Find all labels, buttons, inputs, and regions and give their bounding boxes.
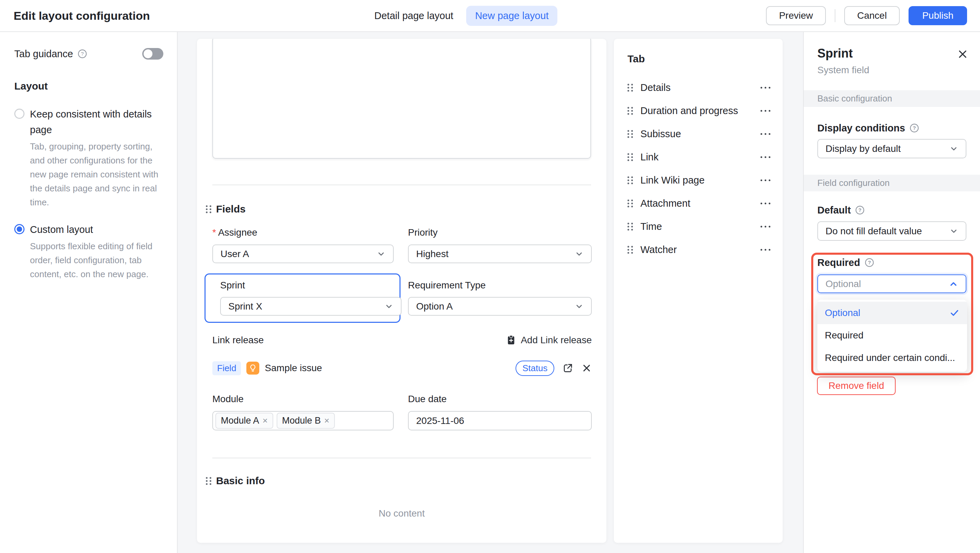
linked-issue-row: Field Sample issue xyxy=(212,360,322,376)
tab-guidance-toggle[interactable] xyxy=(142,48,163,60)
more-actions-icon[interactable] xyxy=(760,131,771,137)
tab-detail-page-layout[interactable]: Detail page layout xyxy=(374,10,453,21)
option-description: Tab, grouping, property sorting, and oth… xyxy=(30,140,165,209)
module-label: Module xyxy=(212,392,243,406)
display-conditions-select[interactable]: Display by default xyxy=(817,139,966,158)
more-actions-icon[interactable] xyxy=(760,177,771,183)
required-select[interactable]: Optional xyxy=(817,274,966,293)
preview-button[interactable]: Preview xyxy=(766,6,826,25)
config-panel-subtitle: System field xyxy=(817,65,869,76)
remove-tag-icon[interactable]: × xyxy=(263,416,268,426)
tab-item-link[interactable]: Link xyxy=(627,145,771,169)
sprint-select[interactable]: Sprint X xyxy=(220,297,401,316)
more-actions-icon[interactable] xyxy=(760,201,771,206)
option-label[interactable]: Keep consistent with details page xyxy=(30,106,163,137)
drag-handle-icon[interactable] xyxy=(206,206,211,213)
drag-handle-icon[interactable] xyxy=(206,477,211,485)
open-in-new-icon[interactable] xyxy=(563,363,573,373)
page-title: Edit layout configuration xyxy=(14,0,150,31)
due-date-input[interactable]: 2025-11-06 xyxy=(408,411,592,430)
more-actions-icon[interactable] xyxy=(760,224,771,229)
basic-info-section-header: Basic info xyxy=(206,473,265,488)
tab-item-watcher[interactable]: Watcher xyxy=(627,238,771,261)
tab-guidance-label: Tab guidance xyxy=(14,48,73,60)
svg-text:?: ? xyxy=(868,260,871,265)
more-actions-icon[interactable] xyxy=(760,247,771,253)
drag-handle-icon[interactable] xyxy=(627,107,633,115)
radio-keep-consistent[interactable] xyxy=(14,108,24,119)
more-actions-icon[interactable] xyxy=(760,85,771,91)
check-icon xyxy=(950,308,959,318)
help-icon[interactable]: ? xyxy=(864,257,875,268)
more-actions-icon[interactable] xyxy=(760,154,771,160)
drag-handle-icon[interactable] xyxy=(627,130,633,138)
svg-text:?: ? xyxy=(859,207,862,213)
drag-handle-icon[interactable] xyxy=(627,199,633,207)
tab-item-details[interactable]: Details xyxy=(627,76,771,99)
tab-item-attachment[interactable]: Attachment xyxy=(627,192,771,215)
layout-canvas: Fields * Assignee Priority User A Highes… xyxy=(197,39,606,543)
menu-option-required-under-conditions[interactable]: Required under certain condi... xyxy=(817,347,967,369)
menu-option-required[interactable]: Required xyxy=(817,324,967,347)
chevron-down-icon xyxy=(385,302,393,311)
remove-field-button[interactable]: Remove field xyxy=(817,377,896,395)
drag-handle-icon[interactable] xyxy=(627,84,633,92)
left-sidebar: Tab guidance ? Layout Keep consistent wi… xyxy=(0,32,178,553)
more-actions-icon[interactable] xyxy=(760,108,771,114)
chevron-up-icon xyxy=(949,279,958,289)
requirement-type-select[interactable]: Option A xyxy=(408,297,592,316)
module-tag: Module B × xyxy=(277,413,335,429)
tab-item-subissue[interactable]: Subissue xyxy=(627,122,771,145)
module-tag: Module A × xyxy=(215,413,273,429)
default-select[interactable]: Do not fill default value xyxy=(817,222,966,241)
option-description: Supports flexible editing of field order… xyxy=(30,239,165,281)
tab-item-time[interactable]: Time xyxy=(627,215,771,238)
drag-handle-icon[interactable] xyxy=(627,153,633,161)
chevron-down-icon xyxy=(950,144,958,153)
chevron-down-icon xyxy=(950,227,958,236)
assignee-select[interactable]: User A xyxy=(212,244,394,263)
svg-text:?: ? xyxy=(81,51,83,57)
priority-select[interactable]: Highest xyxy=(408,244,592,263)
cancel-button[interactable]: Cancel xyxy=(844,6,900,25)
section-divider xyxy=(212,185,591,185)
svg-text:?: ? xyxy=(913,125,916,131)
assignee-label: * Assignee xyxy=(212,225,257,240)
menu-option-optional[interactable]: Optional xyxy=(817,302,967,324)
basic-info-section-title: Basic info xyxy=(216,475,265,487)
header-divider xyxy=(835,9,835,22)
add-link-release-button[interactable]: Add Link release xyxy=(506,333,592,347)
help-icon[interactable]: ? xyxy=(855,205,865,215)
linked-issue-title[interactable]: Sample issue xyxy=(265,363,322,373)
layout-option-custom: Custom layout Supports flexible editing … xyxy=(14,222,163,281)
tab-new-page-layout[interactable]: New page layout xyxy=(466,6,557,26)
drag-handle-icon[interactable] xyxy=(627,176,633,184)
drag-handle-icon[interactable] xyxy=(627,223,633,231)
lightbulb-icon xyxy=(248,364,257,373)
remove-tag-icon[interactable]: × xyxy=(324,416,329,426)
layout-option-consistent: Keep consistent with details page Tab, g… xyxy=(14,106,163,209)
publish-button[interactable]: Publish xyxy=(908,6,967,25)
no-content-text: No content xyxy=(197,508,606,519)
help-icon[interactable]: ? xyxy=(909,123,920,133)
layout-mode-tabs: Detail page layout New page layout xyxy=(374,0,557,31)
help-icon[interactable]: ? xyxy=(77,49,88,59)
drag-handle-icon[interactable] xyxy=(627,246,633,254)
module-input[interactable]: Module A × Module B × xyxy=(212,411,394,430)
remove-linked-issue-icon[interactable] xyxy=(582,363,592,373)
tab-item-duration-and-progress[interactable]: Duration and progress xyxy=(627,99,771,122)
required-dropdown-menu: Optional Required Required under certain… xyxy=(817,300,967,372)
config-panel-title: Sprint xyxy=(817,46,853,61)
chevron-down-icon xyxy=(575,250,584,258)
option-label[interactable]: Custom layout xyxy=(30,222,163,237)
status-pill[interactable]: Status xyxy=(515,360,554,376)
description-field-placeholder[interactable] xyxy=(212,39,591,159)
tab-item-link-wiki-page[interactable]: Link Wiki page xyxy=(627,169,771,192)
sprint-label: Sprint xyxy=(220,278,245,293)
close-panel-icon[interactable] xyxy=(957,48,969,60)
required-label: Required ? xyxy=(817,255,875,270)
display-conditions-label: Display conditions ? xyxy=(817,121,920,135)
header-actions: Preview Cancel Publish xyxy=(766,0,967,31)
field-badge: Field xyxy=(212,361,241,375)
radio-custom-layout[interactable] xyxy=(14,224,24,234)
